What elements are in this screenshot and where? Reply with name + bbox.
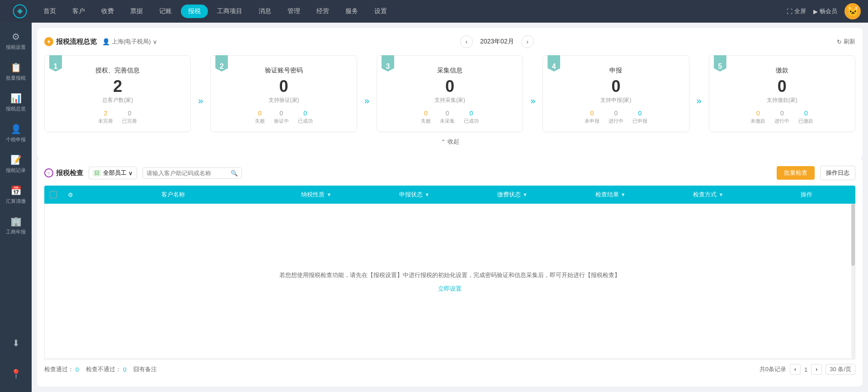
step-stat-5-0: 0 未缴款 [750, 110, 765, 124]
sidebar-item-tax-overview[interactable]: 📊 报税总览 [1, 88, 30, 117]
arrow-2: » [364, 55, 369, 132]
check-result-filter-icon[interactable]: ▼ [621, 192, 626, 197]
check-method-filter-icon[interactable]: ▼ [718, 192, 723, 197]
step-stat-num-4-0: 0 [590, 110, 594, 117]
step-stat-3-2: 0 已成功 [464, 110, 479, 124]
nav-tax[interactable]: 报税 [181, 5, 208, 18]
nav-message[interactable]: 消息 [251, 5, 278, 18]
step-stat-label-1-0: 未完善 [98, 118, 113, 124]
location-person-icon: 👤 [102, 38, 110, 45]
next-month-btn[interactable]: › [521, 35, 534, 48]
search-input[interactable] [146, 170, 228, 177]
th-gear[interactable]: ⚙ [62, 191, 79, 198]
th-check-method: 检查方式 ▼ [660, 191, 758, 199]
next-page-btn[interactable]: › [811, 364, 822, 375]
overview-title-text: 报税流程总览 [56, 38, 97, 46]
sidebar-tax-record-label: 报税记录 [6, 167, 26, 174]
nav-manage[interactable]: 管理 [280, 5, 307, 18]
sidebar-item-tax-record[interactable]: 📝 报税记录 [1, 149, 30, 178]
nav-settings[interactable]: 设置 [367, 5, 394, 18]
nav-home[interactable]: 首页 [36, 5, 63, 18]
check-pass-count[interactable]: 0 [75, 366, 79, 373]
step-num-3: 3 [382, 55, 394, 72]
nav-operation[interactable]: 经营 [309, 5, 336, 18]
fullscreen-icon: ⛶ [787, 8, 793, 15]
sidebar-item-batch-tax[interactable]: 📋 批量报税 [1, 57, 30, 86]
nav-service[interactable]: 服务 [338, 5, 365, 18]
annual-report-icon: 🏢 [10, 216, 21, 227]
declare-filter-icon[interactable]: ▼ [425, 192, 429, 197]
collapse-up-icon: ⌃ [441, 139, 446, 145]
content: + 报税流程总览 👤 上海(电子税局) ∨ ‹ 2023年02月 › ↻ 刷新 [32, 23, 868, 392]
sidebar-item-tax-settings[interactable]: ⚙ 报税设置 [1, 26, 30, 55]
sidebar-item-download[interactable]: ⬇ [1, 329, 30, 358]
step-stat-label-4-2: 已申报 [632, 118, 647, 124]
tax-nature-filter-icon[interactable]: ▼ [326, 192, 331, 197]
nav-items: 首页 客户 收费 票据 记账 报税 工商项目 消息 管理 经营 服务 设置 [36, 5, 787, 18]
step-stat-5-1: 0 进行中 [774, 110, 789, 124]
pay-filter-icon[interactable]: ▼ [523, 192, 528, 197]
employee-filter[interactable]: 囧 全部员工 ∨ [89, 167, 137, 179]
collapse-bar[interactable]: ⌃ 收起 [44, 132, 855, 151]
step-stat-label-5-2: 已缴款 [798, 118, 813, 124]
refresh-label: 刷新 [844, 38, 855, 46]
th-check[interactable] [44, 191, 62, 198]
circle-icon: ○ [44, 168, 53, 177]
avatar[interactable]: 🐱 [844, 3, 861, 19]
nav-ticket[interactable]: 票据 [123, 5, 150, 18]
step-stat-num-2-0: 0 [258, 110, 262, 117]
employee-filter-tag: 囧 [93, 170, 101, 177]
tax-check-header: ○ 报税检查 囧 全部员工 ∨ 🔍 批量检查 操作日志 [44, 166, 855, 180]
sidebar-settlement-label: 汇算清缴 [6, 198, 26, 205]
arrow-3: » [530, 55, 535, 132]
member-label: 畅会员 [820, 7, 837, 15]
step-stat-num-2-1: 0 [279, 110, 283, 117]
sidebar-item-annual-report[interactable]: 🏢 工商年报 [1, 211, 30, 240]
header-checkbox[interactable] [50, 191, 57, 198]
setup-link[interactable]: 立即设置 [438, 285, 462, 293]
check-pass-label: 检查通过： [44, 365, 74, 373]
step-bignum-2: 0 [279, 78, 288, 95]
step-stat-2-1: 0 验证中 [274, 110, 289, 124]
gear-icon[interactable]: ⚙ [68, 191, 73, 198]
step-stat-label-3-0: 失败 [421, 118, 431, 124]
th-pay-status-text: 缴费状态 [497, 191, 521, 199]
table-header: ⚙ 客户名称 纳税性质 ▼ 申报状态 ▼ 缴费状态 ▼ [44, 186, 855, 204]
nav-client[interactable]: 客户 [65, 5, 92, 18]
step-sub-5: 支持缴款(家) [767, 96, 797, 104]
prev-month-btn[interactable]: ‹ [460, 35, 473, 48]
check-fail-stat: 检查不通过： 0 [86, 365, 126, 373]
per-page-selector[interactable]: 30 条/页 [826, 364, 855, 375]
nav-bookkeeping[interactable]: 记账 [152, 5, 179, 18]
op-log-btn[interactable]: 操作日志 [820, 166, 855, 180]
check-fail-count[interactable]: 0 [123, 366, 126, 373]
prev-page-btn[interactable]: ‹ [790, 364, 801, 375]
step-stat-num-3-0: 0 [424, 110, 428, 117]
step-stat-num-3-2: 0 [470, 110, 473, 117]
refresh-btn[interactable]: ↻ 刷新 [837, 38, 855, 46]
settlement-icon: 📅 [10, 185, 21, 196]
th-tax-nature: 纳税性质 ▼ [268, 191, 366, 199]
location-tag[interactable]: 👤 上海(电子税局) ∨ [102, 38, 157, 46]
search-icon[interactable]: 🔍 [231, 170, 238, 177]
search-wrap[interactable]: 🔍 [142, 167, 242, 179]
overview-header: + 报税流程总览 👤 上海(电子税局) ∨ ‹ 2023年02月 › ↻ 刷新 [44, 35, 855, 48]
fullscreen-btn[interactable]: ⛶ 全屏 [787, 7, 806, 15]
step-stat-4-1: 0 进行中 [609, 110, 623, 124]
sidebar-item-settlement[interactable]: 📅 汇算清缴 [1, 180, 30, 209]
batch-check-btn[interactable]: 批量检查 [777, 166, 815, 180]
step-sub-2: 支持验证(家) [269, 96, 299, 104]
sidebar-item-location[interactable]: 📍 [1, 359, 30, 388]
sidebar-tax-overview-label: 报税总览 [6, 105, 26, 112]
step-num-4: 4 [547, 55, 560, 72]
nav-commerce[interactable]: 工商项目 [210, 5, 250, 18]
logo [7, 4, 33, 19]
nav-fee[interactable]: 收费 [94, 5, 121, 18]
sidebar-item-individual-tax[interactable]: 👤 个税申报 [1, 119, 30, 148]
filter-chevron-icon: ∨ [128, 170, 133, 177]
nav-right: ⛶ 全屏 ▶ 畅会员 🐱 [787, 3, 861, 19]
step-stat-num-5-2: 0 [804, 110, 808, 117]
step-num-1: 1 [49, 55, 62, 72]
th-check-result-text: 检查结果 [595, 191, 619, 199]
member-btn[interactable]: ▶ 畅会员 [813, 7, 837, 15]
